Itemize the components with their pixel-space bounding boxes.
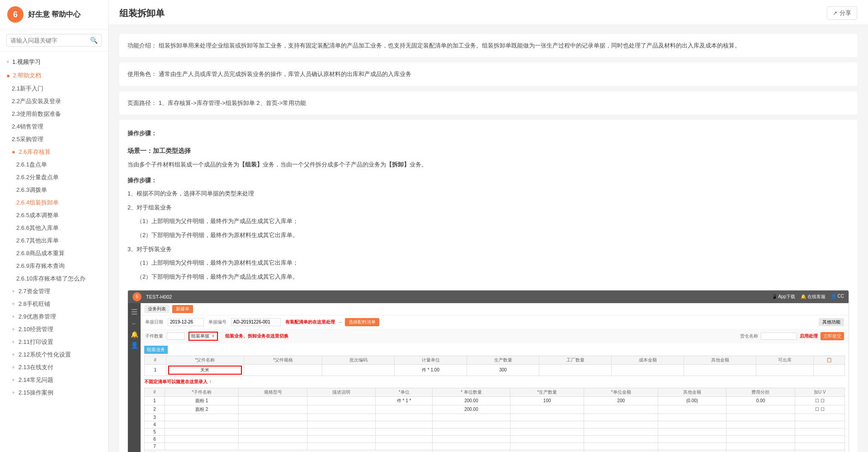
sidebar-item-video[interactable]: + 1.视频学习	[0, 55, 108, 69]
table-row: 2 面粉 2 200.00	[145, 405, 845, 414]
sidebar-item-cost-adjust[interactable]: 2.6.5成本调整单	[0, 209, 108, 222]
search-box[interactable]: 🔍	[6, 34, 102, 47]
ss-lower-table-area: # *子件名称 规格型号 描述说明 *单位 * 单位数量 *生产数量 *单位金额	[141, 387, 849, 452]
plus-icon-coupon: +	[12, 314, 15, 320]
ss-col-out: 可出库	[756, 356, 814, 364]
ss-anno5-text: 不固定清单可以随意在这里录入	[144, 379, 208, 385]
ss-nav-bell-icon: 🔔	[131, 331, 138, 338]
ss-col-factory: 工厂数量	[539, 356, 612, 364]
sidebar-item-sales[interactable]: 2.4销售管理	[0, 120, 108, 133]
sidebar-item-cost-recalc[interactable]: 2.6.8商品成本重算	[0, 247, 108, 260]
sidebar-item-other-in[interactable]: 2.6.6其他入库单	[0, 222, 108, 234]
main-header: 组装拆卸单 ↗ 分享	[108, 0, 868, 25]
ss-type-row: 子件数量 组装单据 ▼ 组装业务、拆卸业务在这里切换	[141, 329, 849, 343]
ss-tab-bar: 业务列表 新建单	[141, 303, 849, 315]
sidebar-item-transfer[interactable]: 2.6.3调拨单	[0, 184, 108, 196]
plus-icon-mgmt: +	[12, 326, 15, 333]
plus-icon-finance: +	[12, 288, 15, 295]
ss-form-row1: 单据日期 单据编号 有装配清单的在这里处理 → 选择配料清单	[141, 315, 849, 329]
sidebar-item-stocktake[interactable]: 2.6.1盘点单	[0, 158, 108, 171]
sidebar-item-ledger-query[interactable]: 2.6.9库存账本查询	[0, 260, 108, 272]
plus-icon-cases: +	[12, 390, 15, 396]
sidebar-item-settings[interactable]: + 2.12系统个性化设置	[0, 348, 108, 361]
ss-app-icon: 📱 App下载	[772, 294, 795, 300]
parent-name-cell: 关米	[168, 366, 242, 375]
logo-icon: 6	[7, 6, 24, 23]
ss-header: 6 TEST-H002 📱 App下载 🔔 在线客服 👤 CC	[128, 290, 849, 303]
ss-child-col-otheramt: 其他金额	[658, 388, 726, 396]
table-row: 6	[145, 435, 845, 442]
ss-col-parent-name: *父件名称	[166, 356, 244, 364]
ss-num-input[interactable]	[231, 318, 281, 326]
plus-icon-mobile: +	[12, 301, 15, 307]
ss-anno5-area: 不固定清单可以随意在这里录入 ↑	[141, 378, 849, 387]
sidebar-item-coupon[interactable]: + 2.9优惠券管理	[0, 310, 108, 323]
sidebar-item-partial-stocktake[interactable]: 2.6.2分量盘点单	[0, 171, 108, 184]
sidebar: 6 好生意 帮助中心 🔍 + 1.视频学习 ● 2.帮助文档 2.1新手入门 2…	[0, 0, 108, 452]
role-text: 通常由生产人员或库管人员完成拆装业务的操作，库管人员确认原材料的出库和产成品的入…	[159, 71, 411, 77]
ss-child-col-unit: *单位	[376, 388, 433, 396]
ss-select-btn[interactable]: 选择配料清单	[345, 318, 379, 326]
share-icon: ↗	[833, 10, 837, 16]
plus-icon-faq: +	[12, 377, 15, 383]
ss-left-nav: ☰ ← 🔔 👤	[128, 303, 141, 452]
ss-totals-row: 合计 $0.00 0.00 0.00 0.00 0.00	[145, 450, 845, 452]
ss-col-unit: 计量单位	[395, 356, 467, 364]
ss-col-other: 其他金额	[684, 356, 756, 364]
step3-2: （2）下部明细为子件明细，最终作为产成品生成其它入库单。	[127, 271, 849, 283]
ss-anno1-text: 有装配清单的在这里处理	[285, 319, 335, 325]
ss-nav-back-icon: ←	[131, 320, 137, 327]
main-content: 操作步骤： 场景一：加工类型选择 当由多个子件材料组装成一个成品的业务为【组装】…	[119, 120, 857, 452]
plus-icon-settings: +	[12, 352, 15, 358]
scenario1-desc: 当由多个子件材料组装成一个成品的业务为【组装】业务，当由一个父件拆分成多个子产品…	[127, 159, 849, 171]
func-intro-text: 组装拆卸单用来处理企业组装或拆卸等加工业务，支持有固定装配清单的产品加工业务，也…	[159, 42, 741, 49]
sidebar-item-mgmt[interactable]: + 2.10经营管理	[0, 323, 108, 336]
logo-text: 好生意 帮助中心	[28, 10, 80, 19]
sidebar-item-cases[interactable]: + 2.15操作案例	[0, 386, 108, 399]
screenshot-inner: 6 TEST-H002 📱 App下载 🔔 在线客服 👤 CC	[128, 290, 849, 452]
table-row: 1 面粉 1 件 * 1 * 200.00 100 200	[145, 396, 845, 405]
table-row: 7	[145, 442, 845, 450]
sidebar-item-payment[interactable]: + 2.13在线支付	[0, 361, 108, 374]
search-input[interactable]	[10, 37, 90, 44]
ss-child-col-num: #	[145, 388, 165, 396]
path-block: 页面路径： 1、库存核算->库存管理->组装拆卸单 2、首页->常用功能	[119, 91, 857, 114]
sidebar-item-dataprep[interactable]: 2.3使用前数据准备	[0, 108, 108, 120]
sidebar-item-mobile[interactable]: + 2.8手机旺铺	[0, 298, 108, 310]
sidebar-item-helpdocs[interactable]: ● 2.帮助文档	[0, 69, 108, 82]
sidebar-item-other-out[interactable]: 2.6.7其他出库单	[0, 234, 108, 247]
ss-count-input[interactable]	[167, 333, 185, 340]
sidebar-item-print[interactable]: + 2.11打印设置	[0, 336, 108, 348]
ss-form-area: 业务列表 新建单 单据日期 单据编号	[141, 303, 849, 452]
sidebar-item-assembly[interactable]: 2.6.4组装拆卸单	[0, 196, 108, 209]
ss-date-input[interactable]	[168, 318, 204, 326]
func-intro-label: 功能介绍：	[127, 42, 157, 49]
ss-tab-list[interactable]: 业务列表	[144, 305, 170, 313]
ss-other-btn[interactable]: 其他功能	[819, 318, 844, 326]
share-button[interactable]: ↗ 分享	[827, 6, 857, 20]
ss-help-icon: 🔔 在线客服	[801, 294, 826, 300]
role-label: 使用角色：	[127, 71, 157, 77]
ss-child-col-desc: 描述说明	[307, 388, 375, 396]
main-area: 组装拆卸单 ↗ 分享 功能介绍： 组装拆卸单用来处理企业组装或拆卸等加工业务，支…	[108, 0, 868, 452]
search-icon[interactable]: 🔍	[90, 37, 98, 44]
sidebar-item-ledger-fix[interactable]: 2.6.10库存账本错了怎么办	[0, 272, 108, 285]
plus-icon-print: +	[12, 339, 15, 345]
ss-wh-input[interactable]	[761, 333, 797, 340]
sidebar-item-purchase[interactable]: 2.5采购管理	[0, 133, 108, 146]
minus-circle-icon: ●	[12, 148, 15, 155]
sidebar-item-faq[interactable]: + 2.14常见问题	[0, 374, 108, 386]
ss-submit-btn[interactable]: 立即提交	[821, 332, 844, 340]
ss-header-right: 📱 App下载 🔔 在线客服 👤 CC	[772, 294, 844, 300]
ss-child-col-unitamt: *单位金额	[584, 388, 658, 396]
table-row: 5	[145, 428, 845, 435]
table-row: 3	[145, 414, 845, 421]
ss-tab-new[interactable]: 新建单	[172, 305, 193, 313]
path-label: 页面路径：	[127, 100, 157, 106]
sidebar-item-newbie[interactable]: 2.1新手入门	[0, 82, 108, 95]
sidebar-item-finance[interactable]: + 2.7资金管理	[0, 285, 108, 298]
ss-anno5-arrow: ↑	[209, 379, 212, 384]
sidebar-item-install[interactable]: 2.2产品安装及登录	[0, 95, 108, 108]
ss-logo: 6	[132, 292, 142, 301]
sidebar-item-inventory[interactable]: ● 2.6库存核算	[0, 146, 108, 158]
